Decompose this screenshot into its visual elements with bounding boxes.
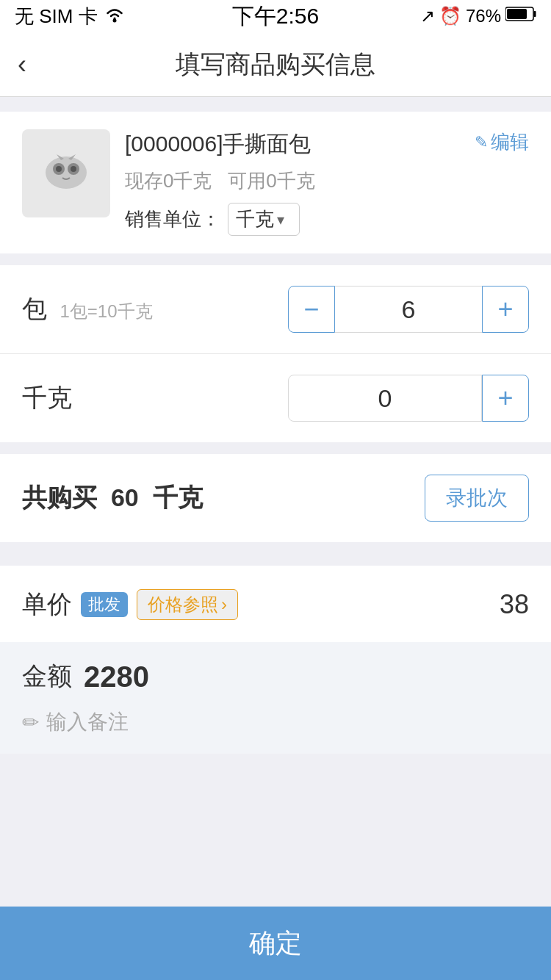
- product-unit-row: 销售单位： 千克 ▾: [125, 203, 529, 236]
- edit-label: 编辑: [491, 129, 529, 155]
- package-sublabel: 1包=10千克: [60, 301, 152, 321]
- product-thumb-icon: [40, 147, 92, 200]
- unit-selector[interactable]: 千克 ▾: [228, 203, 300, 236]
- package-minus-button[interactable]: −: [288, 286, 335, 333]
- package-plus-button[interactable]: +: [482, 286, 529, 333]
- total-amount: 60: [111, 483, 139, 511]
- unit-value: 千克: [236, 206, 274, 232]
- location-icon: ↗: [420, 6, 435, 26]
- edit-button[interactable]: ✎ 编辑: [475, 129, 529, 155]
- edit-icon: ✎: [475, 133, 488, 152]
- price-ref-button[interactable]: 价格参照 ›: [137, 589, 238, 620]
- battery-text: 76%: [466, 6, 501, 26]
- confirm-button[interactable]: 确定: [0, 907, 551, 980]
- price-row: 单价 批发 价格参照 › 38: [22, 588, 529, 621]
- separator-2: [0, 442, 551, 454]
- unit-dropdown-arrow: ▾: [277, 211, 284, 228]
- record-batch-button[interactable]: 录批次: [425, 475, 529, 522]
- price-section: 单价 批发 价格参照 › 38 金额 2280 ✏ 输入备注: [0, 566, 551, 754]
- separator-3: [0, 542, 551, 554]
- kilogram-label: 千克: [22, 381, 288, 415]
- status-time: 下午2:56: [232, 1, 319, 32]
- price-ref-label: 价格参照: [148, 593, 218, 616]
- total-label: 共购买 60 千克: [22, 481, 203, 515]
- svg-point-7: [56, 166, 62, 172]
- amount-label: 金额: [22, 660, 72, 693]
- alarm-icon: ⏰: [439, 6, 461, 26]
- package-quantity-control: − +: [288, 286, 529, 333]
- product-card: [0000006]手撕面包 现存0千克 可用0千克 销售单位： 千克 ▾ ✎ 编…: [0, 112, 551, 253]
- status-carrier: 无 SIM 卡: [15, 4, 126, 29]
- nav-bar: ‹ 填写商品购买信息: [0, 32, 551, 97]
- back-button[interactable]: ‹: [18, 49, 26, 80]
- svg-point-0: [112, 18, 116, 22]
- remark-row[interactable]: ✏ 输入备注: [22, 708, 529, 736]
- svg-rect-2: [534, 11, 536, 17]
- amount-remark-section: 金额 2280 ✏ 输入备注: [0, 642, 551, 754]
- separator-1: [0, 253, 551, 265]
- remark-placeholder: 输入备注: [46, 708, 129, 736]
- status-right: ↗ ⏰ 76%: [420, 6, 536, 26]
- carrier-text: 无 SIM 卡: [15, 4, 98, 29]
- kilogram-quantity-control: +: [288, 375, 529, 422]
- amount-row: 金额 2280: [22, 660, 529, 693]
- battery-icon: [505, 6, 536, 26]
- price-tag-badge: 批发: [81, 592, 128, 617]
- price-ref-arrow: ›: [221, 594, 227, 615]
- unit-label: 销售单位：: [125, 206, 220, 232]
- price-label-group: 单价 批发 价格参照 ›: [22, 588, 238, 621]
- package-label: 包 1包=10千克: [22, 292, 288, 326]
- svg-point-4: [46, 156, 87, 189]
- product-stock: 现存0千克 可用0千克: [125, 168, 529, 194]
- price-label: 单价: [22, 588, 72, 621]
- product-info: [0000006]手撕面包 现存0千克 可用0千克 销售单位： 千克 ▾: [125, 129, 529, 236]
- product-thumbnail: [22, 129, 110, 217]
- package-qty-input[interactable]: [335, 286, 482, 333]
- svg-point-8: [71, 166, 76, 172]
- kilogram-plus-button[interactable]: +: [482, 375, 529, 422]
- package-input-section: 包 1包=10千克 − + 千克 +: [0, 265, 551, 442]
- page-title: 填写商品购买信息: [176, 48, 375, 82]
- status-bar: 无 SIM 卡 下午2:56 ↗ ⏰ 76%: [0, 0, 551, 32]
- total-row: 共购买 60 千克 录批次: [0, 454, 551, 542]
- kilogram-input-row: 千克 +: [0, 354, 551, 442]
- product-name: [0000006]手撕面包: [125, 129, 529, 159]
- price-value: 38: [500, 589, 529, 620]
- wifi-icon: [104, 5, 126, 28]
- package-input-row: 包 1包=10千克 − +: [0, 265, 551, 354]
- edit-remark-icon: ✏: [22, 710, 39, 735]
- kilogram-qty-input[interactable]: [288, 375, 482, 422]
- amount-value: 2280: [84, 660, 149, 693]
- svg-rect-3: [507, 9, 527, 19]
